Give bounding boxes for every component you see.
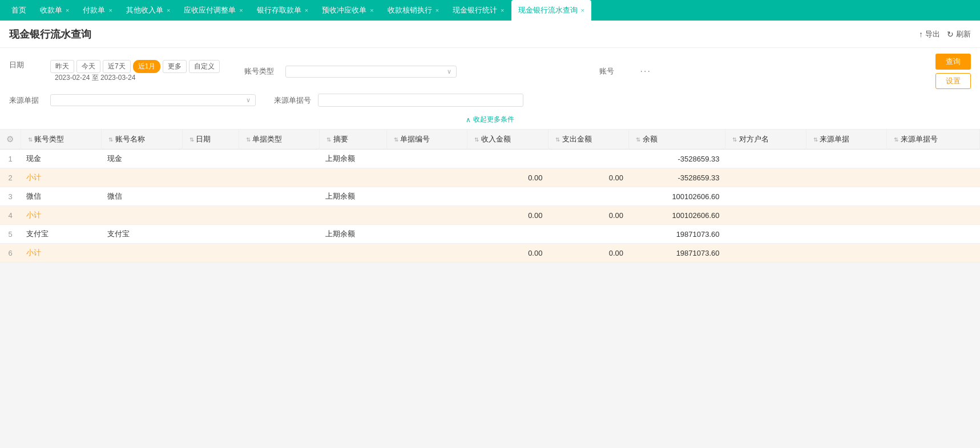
cell-counterpart	[725, 225, 806, 244]
dropdown-icon: ∨	[447, 68, 451, 75]
date-range-display: 2023-02-24 至 2023-03-24	[55, 73, 220, 83]
cell-income: 0.00	[467, 206, 549, 225]
th-account-name[interactable]: ⇅ 账号名称	[102, 130, 183, 150]
account-dots[interactable]: ···	[640, 66, 651, 76]
close-icon[interactable]: ×	[370, 0, 373, 21]
close-icon[interactable]: ×	[167, 0, 170, 21]
cell-expense	[548, 187, 629, 206]
cell-doc-type	[239, 187, 320, 206]
data-table: ⚙ ⇅ 账号类型 ⇅ 账号名称 ⇅ 日期 ⇅ 单据类型	[0, 130, 980, 263]
collapse-icon: ∧	[466, 116, 471, 124]
nav-tab-fukuandan[interactable]: 付款单 ×	[76, 0, 119, 21]
close-icon[interactable]: ×	[581, 0, 584, 21]
cell-summary	[320, 244, 387, 263]
cell-source-doc	[806, 150, 887, 168]
th-doc-no[interactable]: ⇅ 单据编号	[386, 130, 467, 150]
account-type-select[interactable]: ∨	[285, 66, 457, 78]
table-row: 4 小计 0.00 0.00 100102606.60	[0, 206, 980, 225]
cell-doc-type	[239, 168, 320, 187]
close-icon[interactable]: ×	[239, 0, 243, 21]
refresh-button[interactable]: ↻ 刷新	[947, 29, 971, 39]
cell-source-doc	[806, 225, 887, 244]
dropdown-icon: ∨	[246, 96, 251, 104]
row-num: 1	[0, 150, 21, 168]
cell-counterpart	[725, 168, 806, 187]
source-doc-no-input[interactable]	[323, 96, 518, 104]
cell-account-type: 小计	[21, 206, 102, 225]
th-income[interactable]: ⇅ 收入金额	[467, 130, 549, 150]
nav-tab-yingshoutiaozheng[interactable]: 应收应付调整单 ×	[177, 0, 249, 21]
nav-tab-qitashouru[interactable]: 其他收入单 ×	[119, 0, 177, 21]
nav-tab-yinhangcunquan[interactable]: 银行存取款单 ×	[250, 0, 315, 21]
query-button[interactable]: 查询	[935, 54, 971, 70]
account-label: 账号	[599, 66, 634, 76]
settings-button[interactable]: 设置	[935, 73, 971, 89]
date-btn-7days[interactable]: 近7天	[103, 60, 131, 73]
source-doc-select[interactable]: ∨	[50, 94, 256, 106]
cell-income	[467, 150, 549, 168]
cell-expense: 0.00	[548, 244, 629, 263]
th-date[interactable]: ⇅ 日期	[182, 130, 239, 150]
row-num: 5	[0, 225, 21, 244]
nav-tab-shouкuandan[interactable]: 收款单 ×	[33, 0, 76, 21]
row-num: 3	[0, 187, 21, 206]
nav-tab-liushuichaxun[interactable]: 现金银行流水查询 ×	[511, 0, 591, 21]
th-source-doc-no[interactable]: ⇅ 来源单据号	[887, 130, 980, 150]
cell-date	[182, 187, 239, 206]
nav-tab-xianjintongji[interactable]: 现金银行统计 ×	[446, 0, 511, 21]
close-icon[interactable]: ×	[305, 0, 308, 21]
cell-date	[182, 150, 239, 168]
table-row: 2 小计 0.00 0.00 -3528659.33	[0, 168, 980, 187]
sort-icon: ⇅	[394, 136, 398, 143]
close-icon[interactable]: ×	[66, 0, 69, 21]
sort-icon: ⇅	[555, 136, 560, 143]
header-actions: ↑ 导出 ↻ 刷新	[919, 29, 971, 39]
close-icon[interactable]: ×	[108, 0, 112, 21]
nav-tab-yushouzhongying[interactable]: 预收冲应收单 ×	[315, 0, 380, 21]
cell-doc-no	[386, 225, 467, 244]
export-button[interactable]: ↑ 导出	[919, 29, 940, 39]
date-buttons: 昨天 今天 近7天 近1月 更多 自定义	[50, 60, 220, 73]
cell-source-doc-no	[887, 206, 980, 225]
cell-account-name: 支付宝	[102, 225, 183, 244]
cell-counterpart	[725, 206, 806, 225]
cell-account-name: 微信	[102, 187, 183, 206]
sort-icon: ⇅	[813, 136, 818, 143]
th-expense[interactable]: ⇅ 支出金额	[548, 130, 629, 150]
cell-summary	[320, 168, 387, 187]
date-btn-1month[interactable]: 近1月	[133, 60, 161, 73]
cell-counterpart	[725, 150, 806, 168]
table-body: 1 现金 现金 上期余额 -3528659.33 2 小计	[0, 150, 980, 263]
date-btn-custom[interactable]: 自定义	[189, 60, 220, 73]
nav-tab-shouкuanzhixing[interactable]: 收款核销执行 ×	[381, 0, 446, 21]
cell-date	[182, 168, 239, 187]
table-row: 1 现金 现金 上期余额 -3528659.33	[0, 150, 980, 168]
cell-doc-type	[239, 206, 320, 225]
sort-icon: ⇅	[894, 136, 898, 143]
cell-account-type: 现金	[21, 150, 102, 168]
filter-area: 日期 昨天 今天 近7天 近1月 更多 自定义 2023-02-24 至 202…	[0, 48, 980, 130]
date-btn-today[interactable]: 今天	[76, 60, 100, 73]
close-icon[interactable]: ×	[435, 0, 439, 21]
cell-summary: 上期余额	[320, 150, 387, 168]
cell-date	[182, 225, 239, 244]
sort-icon: ⇅	[189, 136, 194, 143]
date-label: 日期	[9, 60, 43, 70]
nav-home[interactable]: 首页	[5, 0, 33, 21]
th-doc-type[interactable]: ⇅ 单据类型	[239, 130, 320, 150]
th-settings[interactable]: ⚙	[0, 130, 21, 150]
close-icon[interactable]: ×	[501, 0, 504, 21]
cell-source-doc-no	[887, 187, 980, 206]
th-summary[interactable]: ⇅ 摘要	[320, 130, 387, 150]
th-account-type[interactable]: ⇅ 账号类型	[21, 130, 102, 150]
collapse-bar[interactable]: ∧ 收起更多条件	[9, 111, 971, 126]
date-btn-more[interactable]: 更多	[163, 60, 187, 73]
th-balance[interactable]: ⇅ 余额	[629, 130, 725, 150]
source-doc-label: 来源单据	[9, 95, 43, 106]
account-type-label: 账号类型	[244, 66, 279, 76]
date-btn-yesterday[interactable]: 昨天	[50, 60, 74, 73]
gear-icon[interactable]: ⚙	[6, 134, 14, 144]
cell-income: 0.00	[467, 244, 549, 263]
th-source-doc[interactable]: ⇅ 来源单据	[806, 130, 887, 150]
th-counterpart[interactable]: ⇅ 对方户名	[725, 130, 806, 150]
